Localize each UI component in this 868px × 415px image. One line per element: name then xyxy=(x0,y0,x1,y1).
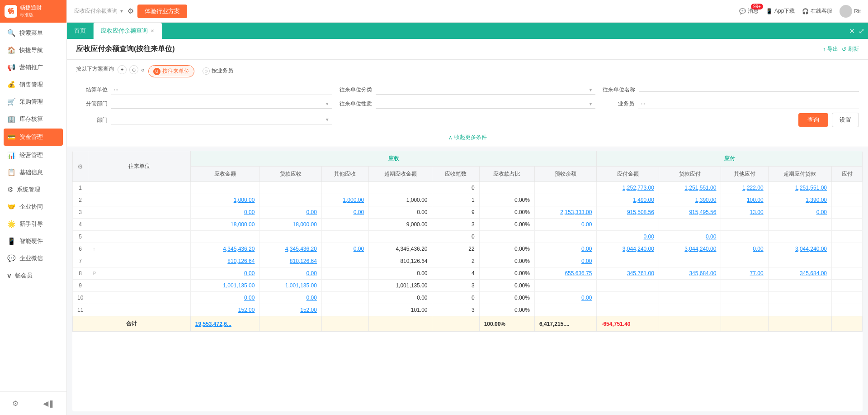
user-menu[interactable]: Rit xyxy=(840,5,861,18)
refresh-label: 刷新 xyxy=(848,45,859,53)
th-recv-count: 应收笔数 xyxy=(432,167,479,182)
table-wrapper[interactable]: ⚙ 往来单位 应收 应付 应收金额 贷款应收 其他应收 超期应收金额 xyxy=(72,151,863,411)
th-recv-advance: 预收余额 xyxy=(534,167,597,182)
table-row: 8 P 0.00 0.00 0.00 4 0.00% 655,636.75 34… xyxy=(73,267,863,280)
filter-scheme-salesman[interactable]: ⊙ 按业务员 xyxy=(198,65,238,76)
th-pay-loan: 贷款应付 xyxy=(659,167,721,182)
filter-area: 按以下方案查询 + ⊙ « U 按往来单位 ⊙ 按业务员 xyxy=(67,60,868,147)
app-download-btn[interactable]: 📱 App下载 xyxy=(766,7,795,15)
tab-close-window-icon[interactable]: ✕ xyxy=(849,27,855,35)
table-row: 9 1,001,135.00 1,001,135.00 1,001,135.00… xyxy=(73,280,863,292)
filter-scheme-unit[interactable]: U 按往来单位 xyxy=(148,65,194,77)
finance-icon: 💳 xyxy=(7,133,16,141)
total-pay-other xyxy=(721,316,768,332)
dept-select[interactable]: ▼ xyxy=(111,115,332,124)
filter-unit-nature: 往来单位性质 ▼ xyxy=(340,99,596,109)
tab-arap-label: 应收应付余额查询 xyxy=(101,27,148,35)
hardware-icon: 📱 xyxy=(7,237,16,245)
sidebar-item-enterprise[interactable]: 🤝 企业协同 xyxy=(0,198,66,215)
filter-expand-btn[interactable]: « xyxy=(141,66,145,73)
sidebar-label-sales: 销售管理 xyxy=(19,81,43,89)
unit-name-input[interactable] xyxy=(639,88,859,92)
tab-close-icon[interactable]: ✕ xyxy=(151,29,154,33)
service-label: 在线客服 xyxy=(811,7,832,15)
filter-add-btns: + ⊙ « xyxy=(118,65,145,74)
sidebar-item-operation[interactable]: 📊 经营管理 xyxy=(0,147,66,164)
th-settings[interactable]: ⚙ xyxy=(73,151,88,182)
operation-icon: 📊 xyxy=(7,151,16,159)
tab-expand-icon[interactable]: ⤢ xyxy=(859,27,864,35)
sidebar-collapse-btn[interactable]: ◀❚ xyxy=(39,396,58,411)
export-btn[interactable]: ↑ 导出 xyxy=(823,45,838,53)
salesman-input[interactable]: ··· xyxy=(638,99,859,109)
cell-unit xyxy=(88,280,190,292)
sidebar-item-guide[interactable]: 🌟 新手引导 xyxy=(0,215,66,233)
search-icon: 🔍 xyxy=(7,29,16,37)
service-icon: 🎧 xyxy=(802,8,809,14)
settlement-unit-input[interactable]: ··· xyxy=(111,85,332,95)
tab-arap[interactable]: 应收应付余额查询 ✕ xyxy=(94,23,162,39)
total-pay-loan xyxy=(659,316,721,332)
username: Rit xyxy=(854,8,861,14)
th-recv-amount: 应收金额 xyxy=(190,167,259,182)
topbar: 应收应付余额查询 ▼ ⚙ 体验行业方案 💬 消息 99+ 📱 App下载 🎧 xyxy=(67,0,868,23)
sidebar-item-marketing[interactable]: 📢 营销推广 xyxy=(0,59,66,76)
unit-nature-select[interactable]: ▼ xyxy=(376,100,596,109)
th-recv-loan: 贷款应收 xyxy=(259,167,322,182)
settlement-unit-label: 结算单位 xyxy=(76,86,108,94)
filter-unit-name: 往来单位名称 xyxy=(603,85,859,95)
topbar-gear-icon[interactable]: ⚙ xyxy=(127,7,134,15)
sidebar-item-finance[interactable]: 💳 资金管理 xyxy=(4,129,63,146)
cell-index: 1 xyxy=(73,182,88,194)
sidebar-label-operation: 经营管理 xyxy=(19,151,43,159)
sidebar-item-search[interactable]: 🔍 搜索菜单 xyxy=(0,24,66,42)
wechat-icon: 💬 xyxy=(7,254,16,262)
sidebar-item-basic[interactable]: 📋 基础信息 xyxy=(0,164,66,181)
service-btn[interactable]: 🎧 在线客服 xyxy=(802,7,832,15)
sidebar-label-purchase: 采购管理 xyxy=(19,98,43,106)
refresh-btn[interactable]: ↺ 刷新 xyxy=(842,45,859,53)
table-row: 1 0 1,252,773.00 1,251,551.00 1,222.00 1… xyxy=(73,182,863,194)
filter-add-btn[interactable]: + xyxy=(118,65,127,74)
sidebar-item-hardware[interactable]: 📱 智能硬件 xyxy=(0,233,66,250)
breadcrumb-text: 应收应付余额查询 xyxy=(74,7,118,15)
sidebar-item-quick-nav[interactable]: 🏠 快捷导航 xyxy=(0,42,66,59)
message-btn[interactable]: 💬 消息 99+ xyxy=(739,7,759,15)
total-pay-amount: -654,751.40 xyxy=(597,316,659,332)
sidebar-item-system[interactable]: ⚙ 系统管理 xyxy=(0,181,66,198)
cell-index: 2 xyxy=(73,194,88,206)
topbar-right: 💬 消息 99+ 📱 App下载 🎧 在线客服 Rit xyxy=(739,5,861,18)
settings-btn2[interactable]: 设置 xyxy=(832,113,859,127)
th-pay-amount: 应付金额 xyxy=(597,167,659,182)
sidebar-logo: 畅 畅捷通财 标准版 xyxy=(0,0,66,23)
unit-category-select[interactable]: ▼ xyxy=(376,86,596,95)
app-label: App下载 xyxy=(774,7,795,15)
sidebar-label-basic: 基础信息 xyxy=(19,168,43,176)
enterprise-icon: 🤝 xyxy=(7,203,16,211)
tab-home[interactable]: 首页 xyxy=(67,23,94,39)
th-recv-overdue: 超期应收金额 xyxy=(369,167,432,182)
scheme-salesman-icon: ⊙ xyxy=(203,67,210,75)
sidebar-item-purchase[interactable]: 🛒 采购管理 xyxy=(0,93,66,110)
total-recv-advance: 6,417,215.... xyxy=(534,316,597,332)
sidebar-item-wechat[interactable]: 💬 企业微信 xyxy=(0,250,66,267)
sidebar-item-inventory[interactable]: 🏢 库存核算 xyxy=(0,110,66,128)
inventory-icon: 🏢 xyxy=(7,115,16,123)
page-header-actions: ↑ 导出 ↺ 刷新 xyxy=(823,45,859,53)
sidebar-settings-btn[interactable]: ⚙ xyxy=(9,396,22,411)
th-pay-tail: 应付 xyxy=(832,167,863,182)
table-settings-icon[interactable]: ⚙ xyxy=(77,163,83,170)
total-recv-count xyxy=(432,316,479,332)
industry-btn[interactable]: 体验行业方案 xyxy=(137,5,187,18)
dept-head-select[interactable]: ▼ xyxy=(111,100,332,109)
sidebar-item-member[interactable]: V 畅会员 xyxy=(0,267,66,284)
cell-unit xyxy=(88,304,190,316)
total-pay-overdue xyxy=(768,316,831,332)
query-btn[interactable]: 查询 xyxy=(798,113,828,127)
filter-collapse[interactable]: ∧ 收起更多条件 xyxy=(76,131,859,143)
filter-fields: 结算单位 ··· 往来单位分类 ▼ 往来单位名称 xyxy=(76,81,859,131)
filter-scheme-btn[interactable]: ⊙ xyxy=(129,65,138,74)
logo-edition: 标准版 xyxy=(20,12,42,18)
collapse-icon: ∧ xyxy=(448,134,453,141)
sidebar-item-sales[interactable]: 💰 销售管理 xyxy=(0,76,66,93)
